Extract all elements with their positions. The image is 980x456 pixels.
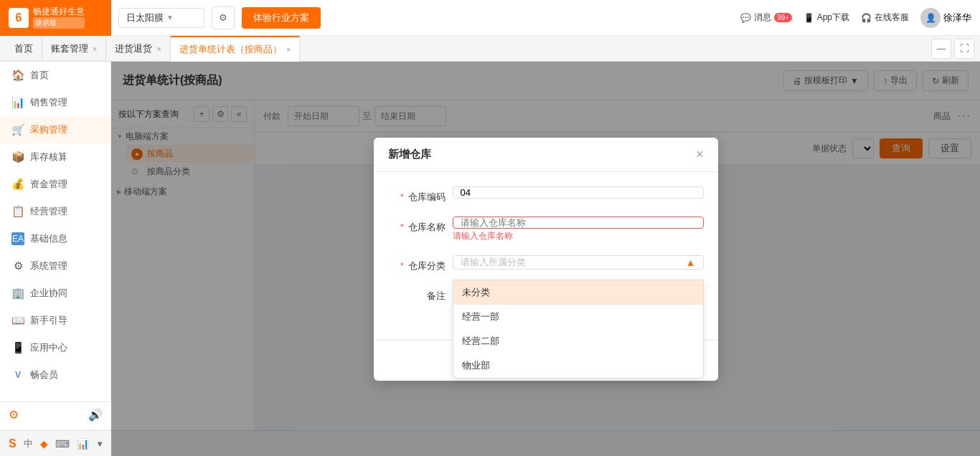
name-wrapper: 请输入仓库名称 [453,217,704,242]
user-name: 徐泽华 [943,11,971,24]
sidebar-label-basic-info: 基础信息 [30,232,67,245]
sidebar-label-vip: 畅会员 [30,369,58,381]
bottom-dropdown-icon[interactable]: ▼ [96,440,104,448]
category-dropdown-arrow: ▲ [686,257,696,268]
sales-icon: 📊 [11,96,24,109]
modal-header: 新增仓库 × [374,138,718,172]
basic-info-icon: EA [11,232,24,245]
form-row-code: * 仓库编码 [388,186,704,204]
new-warehouse-modal: 新增仓库 × * 仓库编码 [374,138,718,381]
dropdown-option-0[interactable]: 未分类 [453,280,703,305]
brand-badge: 捷易版 [33,17,85,29]
dropdown-option-1[interactable]: 经营一部 [453,305,703,329]
logo-icon: 6 [9,8,29,28]
sidebar-item-home[interactable]: 🏠 首页 [0,62,110,89]
tab-expand-button[interactable]: ⛶ [954,39,974,59]
system-icon: ⚙ [11,260,24,272]
store-name: 日太阳膜 [126,11,164,24]
form-row-category: * 仓库分类 请输入所属分类 ▲ 未分类 经营一部 经营二部 [388,255,704,272]
form-row-name: * 仓库名称 请输入仓库名称 [388,217,704,242]
brand-name: 畅捷通好生意 [33,6,85,18]
content-area: 进货单统计(按商品) 🖨 按模板打印 ▼ ↑ 导出 ↻ 刷新 [111,62,980,456]
logo-text-group: 畅捷通好生意 捷易版 [33,6,85,29]
store-dropdown-arrow: ▼ [166,14,174,22]
sidebar-item-inventory[interactable]: 📦 库存核算 [0,143,110,171]
top-right-actions: 💬 消息 99+ 📱 App下载 🎧 在线客服 👤 徐泽华 [740,8,971,28]
tab-purchase-stats-close[interactable]: × [286,45,291,54]
trial-button[interactable]: 体验行业方案 [242,7,321,29]
top-bar: 6 畅捷通好生意 捷易版 日太阳膜 ▼ ⚙ 体验行业方案 💬 消息 99+ 📱 … [0,0,980,36]
category-placeholder: 请输入所属分类 [461,256,526,269]
dropdown-option-3[interactable]: 物业部 [453,353,703,378]
sidebar-label-home: 首页 [30,69,49,82]
modal-overlay: 新增仓库 × * 仓库编码 [111,62,980,456]
headset-icon: 🎧 [861,13,872,23]
app-download-button[interactable]: 📱 App下载 [804,11,849,24]
category-dropdown-trigger[interactable]: 请输入所属分类 ▲ [453,255,704,270]
bottom-chart-icon[interactable]: 📊 [77,438,89,450]
bottom-lang-icon[interactable]: 中 [24,437,33,450]
notification-badge: 99+ [774,13,791,22]
user-avatar: 👤 [920,8,941,28]
tab-purchase-return[interactable]: 进货退货 × [106,36,170,62]
sidebar-item-sales[interactable]: 📊 销售管理 [0,89,110,116]
sidebar-item-app-center[interactable]: 📱 应用中心 [0,334,110,361]
user-menu[interactable]: 👤 徐泽华 [920,8,971,28]
message-label: 消息 [754,11,771,24]
guide-icon: 📖 [11,314,24,327]
tab-purchase-stats-label: 进货单统计表（按商品） [179,43,282,56]
sidebar-label-operations: 经营管理 [30,205,67,218]
tab-account[interactable]: 账套管理 × [42,36,106,62]
operations-icon: 📋 [11,205,24,218]
sidebar-item-enterprise[interactable]: 🏢 企业协同 [0,280,110,307]
sidebar-label-inventory: 库存核算 [30,151,67,163]
volume-icon[interactable]: 🔊 [88,408,103,422]
settings-button[interactable]: ⚙ [212,6,235,29]
message-icon: 💬 [740,13,751,23]
modal-close-button[interactable]: × [696,148,704,161]
tab-account-label: 账套管理 [51,42,88,55]
purchase-icon: 🛒 [11,123,24,136]
code-input[interactable] [453,186,704,199]
online-service-button[interactable]: 🎧 在线客服 [861,11,909,24]
app-center-icon: 📱 [11,341,24,354]
sidebar-label-app-center: 应用中心 [30,341,67,354]
tab-minimize-button[interactable]: — [931,39,951,59]
category-wrapper: 请输入所属分类 ▲ 未分类 经营一部 经营二部 物业部 [453,255,704,270]
app-icon: 📱 [804,13,814,23]
settings-bottom-icon[interactable]: ⚙ [9,408,19,422]
tab-home-label: 首页 [14,42,33,55]
sidebar-label-sales: 销售管理 [30,96,67,109]
tab-actions: — ⛶ [931,39,974,59]
dropdown-option-2[interactable]: 经营二部 [453,329,703,353]
sidebar: 🏠 首页 📊 销售管理 🛒 采购管理 📦 库存核算 💰 资金管理 📋 经营管理 … [0,62,111,456]
sidebar-item-operations[interactable]: 📋 经营管理 [0,198,110,225]
tab-account-close[interactable]: × [93,44,97,53]
modal-body: * 仓库编码 * 仓库名称 [374,172,718,340]
modal-title: 新增仓库 [388,148,431,161]
tab-purchase-return-close[interactable]: × [156,44,161,53]
category-dropdown-list: 未分类 经营一部 经营二部 物业部 [453,280,704,379]
tab-purchase-return-label: 进货退货 [115,42,152,55]
message-button[interactable]: 💬 消息 99+ [740,11,791,24]
bottom-gem-icon[interactable]: ◆ [40,438,48,450]
bottom-keyboard-icon[interactable]: ⌨ [55,438,70,450]
tab-purchase-stats[interactable]: 进货单统计表（按商品） × [171,36,300,62]
inventory-icon: 📦 [11,151,24,163]
sidebar-item-purchase[interactable]: 🛒 采购管理 [0,116,110,143]
sidebar-item-system[interactable]: ⚙ 系统管理 [0,252,110,280]
sidebar-label-system: 系统管理 [30,260,67,272]
sidebar-item-guide[interactable]: 📖 新手引导 [0,307,110,334]
sidebar-item-finance[interactable]: 💰 资金管理 [0,171,110,198]
sidebar-item-basic-info[interactable]: EA 基础信息 [0,225,110,252]
tab-home[interactable]: 首页 [6,36,42,62]
home-icon: 🏠 [11,69,24,82]
name-error-msg: 请输入仓库名称 [453,230,704,242]
name-input[interactable] [453,217,704,229]
store-selector[interactable]: 日太阳膜 ▼ [118,8,204,28]
sidebar-item-vip[interactable]: V 畅会员 [0,361,110,389]
vip-icon: V [11,369,24,381]
remark-label: 备注 [388,285,446,303]
main-layout: 🏠 首页 📊 销售管理 🛒 采购管理 📦 库存核算 💰 资金管理 📋 经营管理 … [0,62,980,456]
gear-icon: ⚙ [219,12,227,23]
